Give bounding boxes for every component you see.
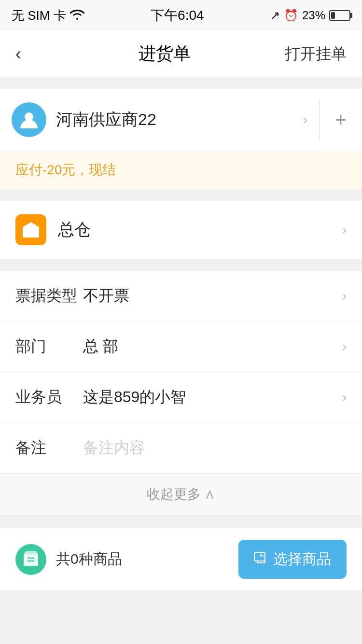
status-right: ↗ ⏰ 23%: [270, 9, 350, 22]
remark-row[interactable]: 备注 备注内容: [0, 423, 362, 473]
form-section: 票据类型 不开票 › 部门 总 部 › 业务员 这是859的小智 › 备注 备注…: [0, 271, 362, 473]
product-count: 共0种商品: [56, 549, 238, 569]
staff-chevron-icon: ›: [342, 390, 347, 405]
warehouse-row[interactable]: 总仓 ›: [0, 201, 362, 259]
collapse-label: 收起更多 ∧: [147, 485, 216, 504]
staff-row[interactable]: 业务员 这是859的小智 ›: [0, 372, 362, 423]
section-gap-1: [0, 77, 362, 89]
section-gap-3: [0, 259, 362, 271]
page-title: 进货单: [139, 42, 191, 66]
invoice-label: 票据类型: [15, 285, 83, 307]
dept-chevron-icon: ›: [342, 339, 347, 354]
warehouse-chevron-icon: ›: [342, 222, 347, 238]
product-icon: [15, 544, 46, 575]
wifi-icon: [70, 8, 84, 23]
warehouse-icon: [15, 214, 46, 245]
status-time: 下午6:04: [151, 6, 204, 25]
alarm-icon: ⏰: [284, 9, 298, 22]
battery-percent: 23%: [302, 9, 325, 22]
bottom-bar: 共0种商品 选择商品: [0, 528, 362, 590]
collapse-button[interactable]: 收起更多 ∧: [0, 473, 362, 516]
notice-text: 应付-20元，现结: [15, 162, 116, 177]
supplier-section: 河南供应商22 › +: [0, 89, 362, 151]
invoice-value: 不开票: [83, 285, 342, 307]
notice-bar: 应付-20元，现结: [0, 151, 362, 189]
select-product-icon: [254, 551, 268, 568]
location-icon: ↗: [270, 9, 280, 22]
section-gap-4: [0, 516, 362, 527]
add-supplier-button[interactable]: +: [320, 89, 362, 151]
staff-label: 业务员: [15, 387, 83, 408]
invoice-row[interactable]: 票据类型 不开票 ›: [0, 271, 362, 322]
supplier-avatar: [12, 102, 46, 137]
dept-row[interactable]: 部门 总 部 ›: [0, 322, 362, 372]
nav-bar: ‹ 进货单 打开挂单: [0, 31, 362, 77]
open-pending-button[interactable]: 打开挂单: [285, 43, 347, 65]
section-gap-2: [0, 189, 362, 201]
status-left: 无 SIM 卡: [12, 7, 84, 24]
battery-icon: [329, 10, 350, 21]
staff-value: 这是859的小智: [83, 387, 342, 408]
carrier-text: 无 SIM 卡: [12, 7, 66, 24]
remark-input[interactable]: 备注内容: [83, 437, 347, 459]
supplier-chevron-icon: ›: [303, 112, 307, 127]
select-product-button[interactable]: 选择商品: [238, 540, 347, 579]
status-bar: 无 SIM 卡 下午6:04 ↗ ⏰ 23%: [0, 0, 362, 31]
dept-label: 部门: [15, 336, 83, 357]
back-button[interactable]: ‹: [15, 44, 44, 64]
dept-value: 总 部: [83, 336, 342, 357]
svg-rect-1: [24, 554, 38, 566]
select-product-label: 选择商品: [273, 549, 331, 569]
invoice-chevron-icon: ›: [342, 288, 347, 304]
supplier-name: 河南供应商22: [56, 109, 303, 131]
remark-label: 备注: [15, 437, 83, 459]
supplier-row[interactable]: 河南供应商22 ›: [0, 89, 319, 151]
warehouse-name: 总仓: [58, 219, 342, 241]
